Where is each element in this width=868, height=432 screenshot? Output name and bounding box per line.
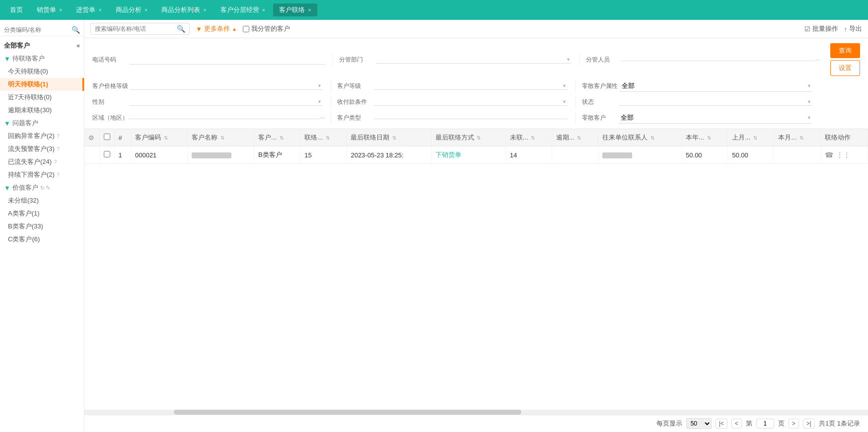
all-customers-title[interactable]: 全部客户 « [0,39,84,52]
sidebar-item-ungrouped[interactable]: 未分组(32) [0,194,84,207]
th-contact-count[interactable]: 联络... ⇅ [300,129,347,146]
nav-home[interactable]: 首页 [4,3,29,16]
problem-customers-group: ▼ 问题客户 [0,117,84,130]
nav-product-analysis[interactable]: 商品分析 × [110,3,153,16]
page-input[interactable] [756,419,774,429]
close-customer-tier-icon[interactable]: × [262,7,265,13]
payment-terms-select[interactable]: ▾ [374,98,568,106]
sidebar-item-churn-warning[interactable]: 流失预警客户(3) ? [0,143,84,155]
bulk-ops-button[interactable]: ☑ 批量操作 [804,24,838,33]
set-button[interactable]: 设置 [830,60,860,76]
help-icon-3[interactable]: ? [57,172,60,178]
sidebar-item-today[interactable]: 今天待联络(0) [0,65,84,78]
toolbar-search-box: 🔍 [90,23,190,35]
status-select[interactable]: ▾ [619,98,812,106]
help-icon-1[interactable]: ? [57,146,60,152]
my-customers-checkbox-label[interactable]: 我分管的客户 [243,24,290,33]
sub-dept-select[interactable]: ▾ [376,56,572,64]
next-page-button[interactable]: > [789,419,799,429]
sidebar-item-7days[interactable]: 近7天待联络(0) [0,91,84,104]
td-contact-count: 15 [300,146,347,164]
sort-icon-type: ⇅ [280,135,284,141]
row-checkbox[interactable] [104,151,110,157]
th-last-month[interactable]: 上月... ⇅ [728,129,774,146]
td-last-month: 50.00 [728,146,774,164]
nav-purchase-order[interactable]: 进货单 × [70,3,107,16]
sidebar-item-overdue[interactable]: 逾期未联络(30) [0,104,84,117]
more-action-icon[interactable]: ⋮⋮ [836,151,850,159]
nav-product-analysis-list[interactable]: 商品分析列表 × [155,3,212,16]
first-page-button[interactable]: |< [716,419,727,429]
th-this-month[interactable]: 本月... ⇅ [774,129,820,146]
sidebar-item-tomorrow[interactable]: 明天待联络(1) [0,78,84,91]
more-filter-button[interactable]: ▼ 更多条件 ▲ [194,23,239,34]
close-product-analysis-icon[interactable]: × [145,7,147,13]
sidebar-item-class-a[interactable]: A类客户(1) [0,207,84,220]
th-name[interactable]: 客户名称 ⇅ [188,129,254,146]
close-customer-contact-icon[interactable]: × [308,7,311,13]
page-size-select[interactable]: 50 100 200 [686,418,712,429]
sort-icon-overdue: ⇅ [577,135,581,141]
td-type: B类客户 [254,146,300,164]
nav-customer-contact[interactable]: 客户联络 × [273,3,317,16]
query-button[interactable]: 查询 [830,43,860,58]
sidebar-item-class-c[interactable]: C类客户(6) [0,233,84,246]
retail-attr-select[interactable]: 全部 ▾ [620,80,812,92]
close-product-analysis-list-icon[interactable]: × [203,7,206,13]
sidebar-item-declining[interactable]: 持续下滑客户(2) ? [0,168,84,181]
th-type[interactable]: 客户... ⇅ [254,129,300,146]
phone-label: 电话号码 [92,56,127,64]
prev-page-button[interactable]: < [731,419,742,429]
td-overdue [552,146,598,164]
chevron-up-icon: ▲ [232,26,237,32]
phone-input[interactable] [129,55,325,65]
nav-customer-tier[interactable]: 客户分层经营 × [215,3,271,16]
chevron-down-icon-7: ▾ [808,99,810,104]
scrollbar-thumb[interactable] [174,410,521,415]
th-no-contact[interactable]: 未联... ⇅ [506,129,552,146]
th-last-contact-method[interactable]: 最后联络方式 ⇅ [431,129,506,146]
search-input[interactable] [95,25,177,32]
divider-7 [331,112,331,124]
close-purchase-order-icon[interactable]: × [98,7,101,13]
sub-person-input[interactable] [621,59,815,61]
search-icon[interactable]: 🔍 [177,25,185,33]
th-this-year[interactable]: 本年... ⇅ [682,129,728,146]
status-field: 状态 ▾ [582,98,814,106]
th-last-contact-date[interactable]: 最后联络日期 ⇅ [347,129,431,146]
sidebar-item-churned[interactable]: 已流失客户(24) ? [0,155,84,168]
export-button[interactable]: ↑ 导出 [844,24,863,33]
help-icon-0[interactable]: ? [57,133,60,139]
help-icon-2[interactable]: ? [54,159,57,165]
sidebar-search-input[interactable] [4,26,72,33]
close-sales-order-icon[interactable]: × [59,7,62,13]
sub-person-dots[interactable]: ··· [815,56,820,63]
th-unit-contact[interactable]: 往来单位联系人 ⇅ [598,129,682,146]
region-input[interactable] [128,117,320,119]
nav-sales-order[interactable]: 销货单 × [31,3,68,16]
sidebar-item-class-b[interactable]: B类客户(33) [0,220,84,233]
sidebar-search-icon[interactable]: 🔍 [72,26,80,34]
gear-icon[interactable]: ⚙ [88,134,94,142]
th-checkbox [99,129,114,146]
th-code[interactable]: 客户编码 ⇅ [131,129,187,146]
retail-customer-field: 零散客户 全部 ▾ [582,112,814,124]
contact-action-icon[interactable]: ☎ [825,151,833,159]
refresh-icon[interactable]: ↻ [40,185,45,191]
last-contact-method-link[interactable]: 下销货单 [435,151,461,158]
price-level-select[interactable]: ▾ [130,82,323,90]
edit-icon[interactable]: ✎ [46,185,50,191]
table-row: 1 000021 B类客户 15 2023-05-23 18:25: 下销货单 … [84,146,868,164]
th-overdue[interactable]: 逾期... ⇅ [552,129,598,146]
gender-select[interactable]: ▾ [129,98,323,106]
last-page-button[interactable]: >| [803,419,815,429]
sidebar-item-abnormal-repurchase[interactable]: 回购异常客户(2) ? [0,130,84,143]
customer-level-select[interactable]: ▾ [374,82,568,90]
customer-type-select[interactable] [374,117,568,119]
th-gear[interactable]: ⚙ [84,129,99,146]
retail-customer-select[interactable]: 全部 ▾ [619,112,812,124]
my-customers-checkbox[interactable] [243,26,249,32]
region-dots[interactable]: ··· [320,114,325,121]
horizontal-scrollbar[interactable] [84,410,868,415]
select-all-checkbox[interactable] [104,134,110,140]
